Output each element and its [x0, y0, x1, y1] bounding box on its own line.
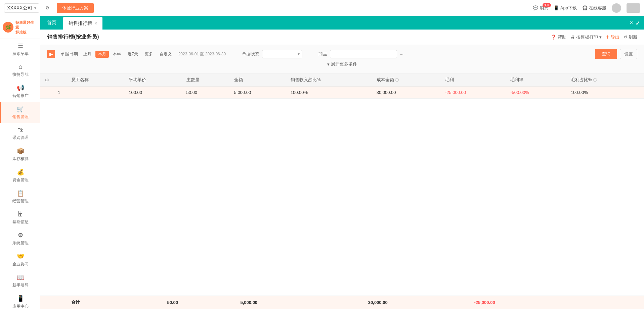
row-cost-amount-cell: 30,000.00: [373, 87, 441, 99]
sidebar-item-inventory[interactable]: 📦 库存核算: [0, 144, 40, 165]
sidebar-item-label: 搜索菜单: [12, 51, 29, 57]
page-actions: ❓ 帮助 🖨 按模板打印 ▾ ⬆ 导出 ↺ 刷新: [551, 34, 637, 40]
tab-sales-ranking[interactable]: 销售排行榜 ×: [63, 17, 102, 30]
filter-toggle-button[interactable]: ▶: [47, 50, 55, 58]
company-selector[interactable]: XXXXX公司 ▾: [4, 3, 39, 13]
row-main-qty-cell: 50.00: [182, 87, 230, 99]
chevron-down-icon: ▾: [327, 62, 330, 67]
expand-conditions-button[interactable]: ▾ 展开更多条件: [327, 61, 357, 67]
sidebar-item-sales[interactable]: 🛒 销售管理: [0, 102, 40, 123]
online-service-button[interactable]: 🎧 在线客服: [582, 5, 606, 11]
handshake-icon: 🤝: [17, 253, 24, 260]
expand-row: ▾ 展开更多条件: [47, 59, 637, 69]
query-button[interactable]: 查询: [595, 49, 617, 59]
main-layout: 🌿 畅康通好生意标准版 ☰ 搜索菜单 ⌂ 快捷导航 📢 营销推广 🛒 销售管理 …: [0, 16, 644, 309]
date-tab-7days[interactable]: 近7天: [125, 51, 141, 58]
export-button[interactable]: ⬆ 导出: [606, 34, 619, 40]
date-range-display: 2023-06-01 至 2023-06-30: [178, 51, 226, 57]
sidebar-item-label: 新手引导: [12, 282, 29, 288]
table-footer: 合计 50.00 5,000.00 30,000.00 -25,000.00: [40, 296, 644, 309]
app-download-button[interactable]: 📱 App下载: [554, 5, 577, 11]
page-title: 销售排行榜(按业务员): [47, 34, 99, 41]
sidebar-item-label: 资金管理: [12, 177, 29, 183]
question-icon: ❓: [551, 35, 556, 40]
col-header-gross-pct: 毛利占比% ⓘ: [567, 73, 644, 87]
date-tab-this-year[interactable]: 本年: [110, 51, 124, 58]
row-gross-margin-cell: -500.00%: [506, 87, 567, 99]
sales-ranking-table: ⚙ 员工名称 平均单价 主数量 全额 销售收入占比% 成本全额 ⓘ 毛利 毛利率…: [40, 73, 644, 99]
content-area: 首页 销售排行榜 × × ⤢ 销售排行榜(按业务员) ❓ 帮助: [40, 16, 644, 309]
message-badge: 99+: [543, 3, 551, 7]
table-body: 1 100.00 50.00 5,000.00 100.00% 30,000.0…: [40, 87, 644, 99]
message-button[interactable]: 💬 消息 99+: [533, 5, 548, 11]
status-select[interactable]: [262, 50, 302, 58]
sidebar-item-apps[interactable]: 📱 应用中心: [0, 292, 40, 309]
sidebar-item-search-orders[interactable]: ☰ 搜索菜单: [0, 39, 40, 60]
sidebar-item-label: 企业协同: [12, 261, 29, 267]
logo-icon: 🌿: [3, 22, 13, 33]
date-tab-last-month[interactable]: 上月: [81, 51, 94, 58]
print-button[interactable]: 🖨 按模板打印 ▾: [570, 34, 602, 40]
goods-input[interactable]: [330, 50, 397, 58]
online-service-label: 在线客服: [589, 5, 606, 11]
col-header-main-qty: 主数量: [182, 73, 230, 87]
sidebar-item-guide[interactable]: 📖 新手引导: [0, 270, 40, 292]
footer-label-cell: 合计: [67, 296, 132, 309]
page-header: 销售排行榜(按业务员) ❓ 帮助 🖨 按模板打印 ▾ ⬆ 导出: [40, 30, 644, 45]
gross-pct-info-icon[interactable]: ⓘ: [593, 78, 597, 82]
top-header: XXXXX公司 ▾ ⚙ 体验行业方案 💬 消息 99+ 📱 App下载 🎧 在线…: [0, 0, 644, 16]
sidebar-item-finance[interactable]: 💰 资金管理: [0, 165, 40, 186]
purchase-icon: 🛍: [17, 126, 24, 134]
cost-info-icon[interactable]: ⓘ: [395, 78, 399, 82]
more-dots-icon[interactable]: ···: [400, 52, 403, 57]
status-select-wrapper: [262, 50, 302, 58]
date-tab-more[interactable]: 更多: [142, 51, 156, 58]
col-header-amount: 全额: [230, 73, 287, 87]
col-header-settings[interactable]: ⚙: [40, 73, 54, 87]
sidebar-item-system[interactable]: ⚙ 系统管理: [0, 228, 40, 249]
app-download-label: App下载: [560, 5, 577, 11]
row-gross-profit-cell: -25,000.00: [441, 87, 506, 99]
sidebar-item-label: 基础信息: [12, 219, 29, 225]
sidebar: 🌿 畅康通好生意标准版 ☰ 搜索菜单 ⌂ 快捷导航 📢 营销推广 🛒 销售管理 …: [0, 16, 40, 309]
row-sales-pct-cell: 100.00%: [287, 87, 373, 99]
status-filter-label: 单据状态: [242, 51, 259, 57]
footer-gross-pct-cell: [613, 296, 644, 309]
col-header-avg-price: 平均单价: [125, 73, 182, 87]
user-avatar[interactable]: [612, 3, 621, 13]
sidebar-item-label: 销售管理: [12, 114, 29, 120]
trial-button[interactable]: 体验行业方案: [57, 3, 94, 13]
sidebar-item-enterprise[interactable]: 🤝 企业协同: [0, 249, 40, 270]
sidebar-item-operations[interactable]: 📋 经营管理: [0, 186, 40, 207]
sidebar-item-basics[interactable]: 🗄 基础信息: [0, 207, 40, 228]
cart-icon: 🛒: [17, 105, 24, 113]
close-window-icon[interactable]: ×: [630, 20, 633, 26]
phone-icon: 📱: [554, 5, 559, 10]
date-tab-this-month[interactable]: 本月: [95, 51, 109, 58]
date-tab-custom[interactable]: 自定义: [157, 51, 174, 58]
maximize-icon[interactable]: ⤢: [636, 20, 640, 26]
help-button[interactable]: ❓ 帮助: [551, 34, 566, 40]
sidebar-item-marketing[interactable]: 📢 营销推广: [0, 81, 40, 102]
export-label: 导出: [611, 34, 619, 40]
row-settings-cell: [40, 87, 54, 99]
footer-avg-price-cell: [132, 296, 163, 309]
refresh-button[interactable]: ↺ 刷新: [624, 34, 637, 40]
refresh-label: 刷新: [629, 34, 637, 40]
sidebar-item-label: 库存核算: [12, 156, 29, 162]
table-row: 1 100.00 50.00 5,000.00 100.00% 30,000.0…: [40, 87, 644, 99]
settings-link[interactable]: 设置: [620, 49, 637, 59]
user-name-display: [627, 3, 640, 13]
sidebar-item-purchase[interactable]: 🛍 采购管理: [0, 123, 40, 144]
sidebar-item-quick-nav[interactable]: ⌂ 快捷导航: [0, 60, 40, 81]
sidebar-logo: 🌿 畅康通好生意标准版: [0, 16, 40, 39]
row-rank-cell: 1: [54, 87, 67, 99]
box-icon: 📦: [17, 147, 24, 155]
header-settings-button[interactable]: ⚙: [42, 3, 53, 13]
filter-status-item: 单据状态: [242, 50, 302, 58]
tab-close-icon[interactable]: ×: [95, 21, 97, 26]
goods-filter-label: 商品: [318, 51, 327, 57]
tab-home[interactable]: 首页: [40, 16, 63, 30]
sidebar-item-label: 快捷导航: [12, 72, 29, 78]
footer-sales-pct-cell: [333, 296, 364, 309]
